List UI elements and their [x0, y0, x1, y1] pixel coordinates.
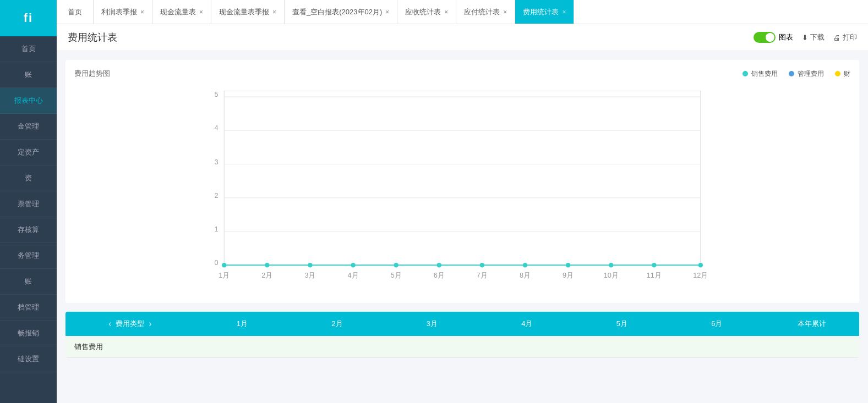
svg-point-16: [351, 263, 355, 267]
sidebar: fi 首页 账 报表中心 金管理 定资产 资 票管理 存核算 务管理 账 档管理…: [0, 0, 57, 403]
svg-text:4: 4: [215, 124, 219, 132]
tab-receivable[interactable]: 应收统计表 ×: [397, 0, 456, 24]
svg-point-19: [480, 263, 484, 267]
tab-expense[interactable]: 费用统计表 ×: [515, 0, 574, 24]
tab-cashflow[interactable]: 现金流量表 ×: [152, 0, 211, 24]
svg-text:5: 5: [215, 91, 219, 98]
page-title: 费用统计表: [68, 31, 117, 44]
svg-point-14: [265, 263, 269, 267]
th-type: ‹ 费用类型 ›: [65, 319, 195, 329]
download-label: 下载: [810, 32, 825, 42]
sidebar-item-basic-settings[interactable]: 础设置: [0, 346, 57, 372]
svg-text:3月: 3月: [304, 272, 315, 279]
sidebar-item-inventory[interactable]: 存核算: [0, 217, 57, 243]
chart-toggle-wrap: 图表: [754, 32, 793, 43]
chart-header: 费用趋势图 销售费用 管理费用 财: [74, 69, 850, 79]
tab-check-blank[interactable]: 查看_空白报表(2023年02月) ×: [285, 0, 397, 24]
legend-label-finance: 财: [844, 69, 850, 79]
header-actions: 图表 ⬇ 下载 🖨 打印: [754, 32, 857, 43]
sidebar-item-home[interactable]: 首页: [0, 36, 57, 62]
th-month-5: 5月: [575, 319, 669, 329]
page-header: 费用统计表 图表 ⬇ 下载 🖨 打印: [57, 24, 868, 51]
download-button[interactable]: ⬇ 下载: [802, 32, 825, 42]
tab-home[interactable]: 首页: [57, 0, 94, 24]
legend-dot-sales: [743, 71, 748, 76]
th-total: 本年累计: [765, 319, 859, 329]
print-icon: 🖨: [833, 34, 840, 42]
chart-container: 0 1 2 3 4 5: [74, 85, 850, 294]
svg-text:12月: 12月: [693, 272, 708, 279]
table-section: ‹ 费用类型 › 1月 2月 3月 4月 5月 6月 本年累计 销售费用: [65, 312, 859, 358]
svg-text:0: 0: [215, 259, 219, 267]
close-tab-receivable[interactable]: ×: [444, 8, 448, 16]
sidebar-item-fund-mgmt[interactable]: 金管理: [0, 114, 57, 140]
nav-prev-button[interactable]: ‹: [108, 319, 111, 329]
th-month-2: 2月: [290, 319, 384, 329]
svg-text:3: 3: [215, 158, 219, 166]
th-month-1: 1月: [195, 319, 290, 329]
svg-text:11月: 11月: [647, 272, 662, 279]
close-tab-check-blank[interactable]: ×: [385, 8, 389, 16]
close-tab-cashflow[interactable]: ×: [199, 8, 203, 16]
download-icon: ⬇: [802, 34, 808, 42]
svg-point-15: [308, 263, 312, 267]
svg-point-20: [523, 263, 527, 267]
close-tab-profit-quarterly[interactable]: ×: [140, 8, 144, 16]
svg-point-17: [394, 263, 398, 267]
sidebar-item-fixed-assets[interactable]: 定资产: [0, 140, 57, 165]
sidebar-item-accounts[interactable]: 账: [0, 269, 57, 295]
svg-text:4月: 4月: [348, 272, 359, 279]
svg-point-18: [437, 263, 441, 267]
sidebar-item-investment[interactable]: 资: [0, 165, 57, 191]
svg-text:8月: 8月: [520, 272, 531, 279]
svg-point-21: [566, 263, 570, 267]
th-month-3: 3月: [385, 319, 479, 329]
print-button[interactable]: 🖨 打印: [833, 32, 857, 42]
nav-next-button[interactable]: ›: [149, 319, 151, 329]
legend-label-sales: 销售费用: [751, 69, 778, 79]
legend-label-admin: 管理费用: [798, 69, 824, 79]
sidebar-item-report-center[interactable]: 报表中心: [0, 88, 57, 114]
chart-toggle-label: 图表: [779, 32, 793, 42]
chart-title: 费用趋势图: [74, 69, 110, 79]
chart-svg: 0 1 2 3 4 5: [74, 85, 850, 294]
content-area: 费用趋势图 销售费用 管理费用 财: [57, 51, 868, 403]
svg-point-23: [652, 263, 656, 267]
close-tab-payable[interactable]: ×: [503, 8, 507, 16]
legend-dot-finance: [835, 71, 840, 76]
svg-rect-12: [224, 91, 701, 266]
main-area: 首页 利润表季报 × 现金流量表 × 现金流量表季报 × 查看_空白报表(202…: [57, 0, 868, 403]
chart-toggle[interactable]: [754, 32, 776, 43]
svg-text:2月: 2月: [261, 272, 272, 279]
svg-text:5月: 5月: [391, 272, 402, 279]
legend-dot-admin: [789, 71, 794, 76]
svg-text:9月: 9月: [563, 272, 574, 279]
legend-item-admin: 管理费用: [789, 69, 824, 79]
td-type-sales: 销售费用: [65, 342, 209, 352]
tab-payable[interactable]: 应付统计表 ×: [456, 0, 515, 24]
tab-cashflow-quarterly[interactable]: 现金流量表季报 ×: [211, 0, 285, 24]
table-row: 销售费用: [65, 336, 859, 358]
close-tab-cashflow-quarterly[interactable]: ×: [272, 8, 276, 16]
sidebar-item-sales-return[interactable]: 畅报销: [0, 321, 57, 346]
svg-text:1月: 1月: [219, 272, 230, 279]
legend-item-finance: 财: [835, 69, 850, 79]
th-month-4: 4月: [479, 319, 574, 329]
sidebar-item-ledger[interactable]: 账: [0, 62, 57, 88]
svg-point-13: [222, 263, 226, 267]
svg-text:2: 2: [215, 192, 219, 200]
sidebar-item-archive-mgmt[interactable]: 档管理: [0, 295, 57, 321]
chart-legend: 销售费用 管理费用 财: [743, 69, 850, 79]
print-label: 打印: [843, 32, 857, 42]
sidebar-item-service-mgmt[interactable]: 务管理: [0, 243, 57, 269]
th-type-label: 费用类型: [116, 319, 144, 329]
close-tab-expense[interactable]: ×: [562, 8, 566, 16]
svg-text:1: 1: [215, 225, 219, 233]
legend-item-sales: 销售费用: [743, 69, 778, 79]
chart-card: 费用趋势图 销售费用 管理费用 财: [65, 60, 859, 303]
tab-profit-quarterly[interactable]: 利润表季报 ×: [94, 0, 152, 24]
svg-text:10月: 10月: [604, 272, 619, 279]
sidebar-item-invoice-mgmt[interactable]: 票管理: [0, 191, 57, 217]
svg-point-22: [609, 263, 613, 267]
th-month-6: 6月: [669, 319, 764, 329]
